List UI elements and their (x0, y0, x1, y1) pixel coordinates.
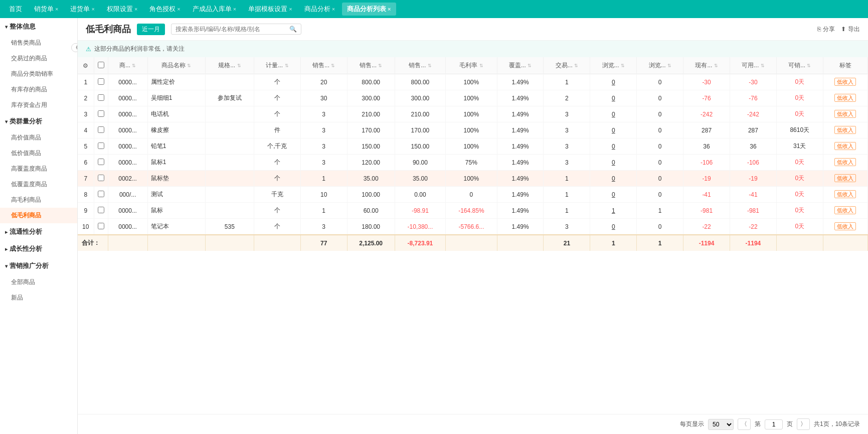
row-spec (205, 138, 254, 155)
row-browse1[interactable]: 0 (590, 138, 637, 155)
col-browse1[interactable]: 浏览... ⇅ (590, 57, 637, 74)
nav-close-icon[interactable]: × (332, 6, 335, 12)
nav-close-icon[interactable]: × (134, 6, 137, 12)
share-button[interactable]: ⎘ 分享 (817, 25, 835, 34)
row-browse1[interactable]: 0 (590, 219, 637, 235)
row-checkbox[interactable] (94, 187, 108, 203)
export-button[interactable]: ⬆ 导出 (841, 25, 860, 34)
row-browse1[interactable]: 0 (590, 90, 637, 106)
sidebar-item-low-coverage[interactable]: 低覆盖度商品 (0, 177, 77, 192)
col-current-stock[interactable]: 现有... ⇅ (683, 57, 730, 74)
nav-product-storage[interactable]: 产成品入库单 × (188, 3, 241, 16)
nav-close-icon[interactable]: × (289, 6, 292, 12)
sidebar-collapse-btn[interactable]: 《 (71, 43, 78, 52)
sidebar-item-all-goods[interactable]: 全部商品 (0, 274, 77, 290)
row-browse1[interactable]: 0 (590, 74, 637, 90)
sidebar-group-cluster[interactable]: ▾ 类群量分析 (0, 113, 77, 130)
nav-role-auth[interactable]: 角色授权 × (144, 3, 185, 16)
nav-product-analysis[interactable]: 商品分析 × (299, 3, 340, 16)
col-gross-margin[interactable]: 毛利率 ⇅ (446, 57, 497, 74)
row-sales-qty: 3 (300, 219, 347, 235)
row-checkbox[interactable] (94, 106, 108, 122)
nav-permission[interactable]: 权限设置 × (102, 3, 142, 16)
row-unit: 个 (254, 219, 300, 235)
sidebar-group-growth[interactable]: ▸ 成长性分析 (0, 240, 77, 257)
table-container[interactable]: ⚙ 商... ⇅ 商品名称 ⇅ 规格... ⇅ 计量... ⇅ 销售... ⇅ … (78, 57, 868, 414)
nav-close-icon[interactable]: × (177, 6, 180, 12)
row-checkbox[interactable] (94, 74, 108, 90)
sidebar-group-overview[interactable]: ▾ 整体信息 (0, 18, 77, 35)
col-unit[interactable]: 计量... ⇅ (254, 57, 300, 74)
row-browse1[interactable]: 0 (590, 187, 637, 203)
per-page-select[interactable]: 50 100 200 (708, 419, 734, 430)
nav-template-settings[interactable]: 单据模板设置 × (243, 3, 297, 16)
sidebar-group-marketing[interactable]: ▾ 营销推广分析 (0, 257, 77, 274)
nav-close-icon[interactable]: × (55, 6, 58, 12)
row-checkbox[interactable] (94, 155, 108, 171)
sidebar-item-low-value[interactable]: 低价值商品 (0, 146, 77, 161)
row-gross-margin: 100% (446, 171, 497, 187)
main-layout: ▾ 整体信息 销售类商品 交易过的商品 商品分类助销率 有库存的商品 库存资金占… (0, 18, 868, 434)
sidebar-item-high-margin[interactable]: 高毛利商品 (0, 192, 77, 208)
row-sellable: 8610天 (776, 122, 823, 138)
sidebar-item-category-rate[interactable]: 商品分类助销率 (0, 66, 77, 82)
row-browse1[interactable]: 0 (590, 155, 637, 171)
sidebar-item-sales-goods[interactable]: 销售类商品 (0, 35, 77, 51)
sidebar-item-low-margin[interactable]: 低毛利商品 (0, 208, 77, 223)
row-checkbox[interactable] (94, 171, 108, 187)
col-name[interactable]: 商品名称 ⇅ (147, 57, 205, 74)
page-unit: 页 (787, 420, 793, 428)
row-checkbox[interactable] (94, 122, 108, 138)
row-sales-amount: 0.00 (395, 187, 445, 203)
col-sales-amount[interactable]: 销售... ⇅ (395, 57, 445, 74)
nav-close-icon[interactable]: × (388, 6, 391, 12)
pagination-bar: 每页显示 50 100 200 〈 第 页 〉 共1页，10条记录 (78, 414, 868, 434)
sidebar-item-new-goods[interactable]: 新品 (0, 290, 77, 306)
nav-purchase-order[interactable]: 进货单 × (65, 3, 99, 16)
sidebar-item-stocked-goods[interactable]: 有库存的商品 (0, 82, 77, 97)
row-sales-price: 210.00 (347, 106, 395, 122)
row-checkbox[interactable] (94, 219, 108, 235)
col-sales-qty[interactable]: 销售... ⇅ (300, 57, 347, 74)
nav-sales-order[interactable]: 销货单 × (29, 3, 63, 16)
nav-product-analysis-list[interactable]: 商品分析列表 × (342, 3, 396, 16)
select-all-checkbox[interactable] (98, 62, 104, 68)
nav-close-icon[interactable]: × (233, 6, 236, 12)
row-available: 287 (730, 122, 776, 138)
row-checkbox[interactable] (94, 138, 108, 155)
time-filter-button[interactable]: 近一月 (137, 24, 165, 35)
col-sales-price[interactable]: 销售... ⇅ (347, 57, 395, 74)
col-code[interactable]: 商... ⇅ (108, 57, 147, 74)
search-input[interactable] (176, 26, 286, 33)
search-icon[interactable]: 🔍 (289, 26, 297, 33)
row-browse1[interactable]: 0 (590, 122, 637, 138)
sidebar-item-traded-goods[interactable]: 交易过的商品 (0, 51, 77, 66)
row-browse1[interactable]: 1 (590, 203, 637, 219)
next-page-button[interactable]: 〉 (797, 418, 810, 430)
row-gross-margin: 75% (446, 155, 497, 171)
nav-home[interactable]: 首页 (4, 3, 27, 16)
row-browse1[interactable]: 0 (590, 171, 637, 187)
prev-page-button[interactable]: 〈 (738, 418, 751, 430)
col-coverage[interactable]: 覆盖... ⇅ (497, 57, 544, 74)
sidebar-group-circulation[interactable]: ▸ 流通性分析 (0, 223, 77, 240)
row-checkbox[interactable] (94, 90, 108, 106)
row-checkbox[interactable] (94, 203, 108, 219)
sidebar-item-high-value[interactable]: 高价值商品 (0, 130, 77, 146)
row-coverage: 1.49% (497, 90, 544, 106)
col-browse2[interactable]: 浏览... ⇅ (637, 57, 683, 74)
sidebar-item-high-coverage[interactable]: 高覆盖度商品 (0, 161, 77, 177)
col-settings[interactable]: ⚙ (78, 57, 94, 74)
col-trade[interactable]: 交易... ⇅ (544, 57, 590, 74)
col-spec[interactable]: 规格... ⇅ (205, 57, 254, 74)
row-current-stock: -76 (683, 90, 730, 106)
row-browse1[interactable]: 0 (590, 106, 637, 122)
col-sellable[interactable]: 可销... ⇅ (776, 57, 823, 74)
col-available[interactable]: 可用... ⇅ (730, 57, 776, 74)
row-sales-amount: 300.00 (395, 90, 445, 106)
row-sellable: 0天 (776, 219, 823, 235)
nav-close-icon[interactable]: × (91, 6, 94, 12)
table-row: 3 0000... 电话机 个 3 210.00 210.00 100% 1.4… (78, 106, 868, 122)
sidebar-item-stock-capital[interactable]: 库存资金占用 (0, 97, 77, 113)
page-number-input[interactable] (765, 419, 783, 429)
